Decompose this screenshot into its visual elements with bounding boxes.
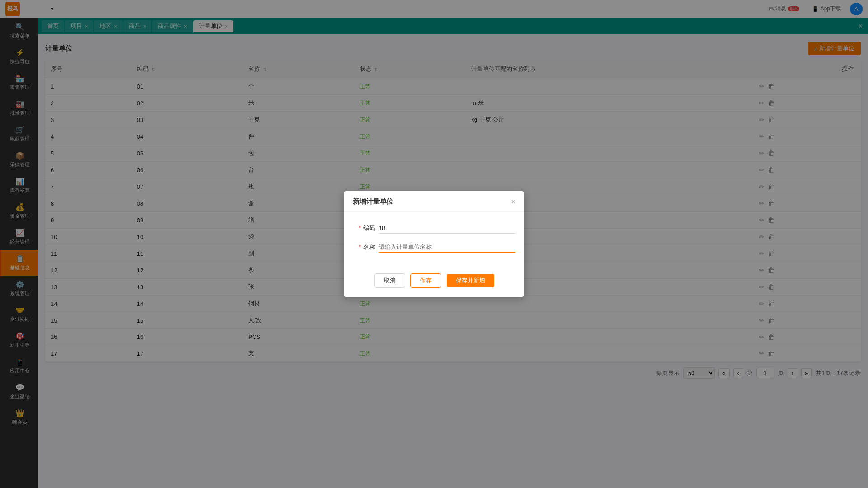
- save-button[interactable]: 保存: [410, 273, 441, 288]
- modal-title: 新增计量单位: [353, 197, 393, 206]
- required-mark: *: [359, 225, 361, 231]
- modal-close-btn[interactable]: ×: [511, 198, 515, 206]
- cancel-button[interactable]: 取消: [374, 273, 405, 288]
- modal-overlay[interactable]: 新增计量单位 × * 编码 * 名称 取消 保存 保存并新增: [0, 0, 868, 488]
- name-label: * 名称: [353, 243, 375, 251]
- modal-body: * 编码 * 名称: [344, 212, 524, 268]
- form-row-code: * 编码: [353, 223, 515, 234]
- required-mark-2: *: [359, 244, 361, 250]
- save-new-button[interactable]: 保存并新增: [447, 274, 494, 287]
- modal-header: 新增计量单位 ×: [344, 191, 524, 212]
- form-row-name: * 名称: [353, 242, 515, 253]
- add-unit-modal: 新增计量单位 × * 编码 * 名称 取消 保存 保存并新增: [344, 191, 524, 297]
- name-input[interactable]: [379, 242, 515, 253]
- code-label: * 编码: [353, 224, 375, 232]
- modal-footer: 取消 保存 保存并新增: [344, 268, 524, 297]
- code-input[interactable]: [379, 223, 515, 234]
